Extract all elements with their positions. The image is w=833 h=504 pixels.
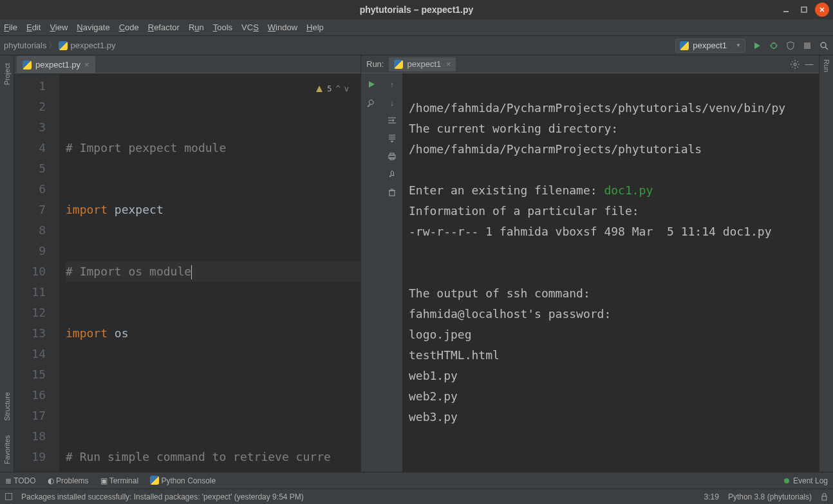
debug-icon[interactable] (769, 41, 779, 51)
editor-tab-pexpect1[interactable]: pexpect1.py × (17, 56, 95, 73)
hide-panel-icon[interactable]: — (805, 60, 814, 69)
svg-marker-15 (369, 81, 375, 88)
breadcrumb-file[interactable]: pexpect1.py (70, 41, 115, 50)
menu-navigate[interactable]: Navigate (77, 23, 109, 32)
bottom-toolbar: ≣ TODO ◐ Problems ▣ Terminal Python Cons… (0, 472, 833, 489)
run-toolbar-right: ↑ ↓ (382, 73, 402, 472)
close-tab-icon[interactable]: × (84, 60, 89, 70)
run-console[interactable]: /home/fahmida/PycharmProjects/phytutoria… (402, 73, 819, 472)
run-icon[interactable] (752, 41, 762, 51)
print-icon[interactable] (386, 151, 398, 162)
run-panel-label: Run: (366, 59, 384, 69)
python-icon (394, 60, 403, 69)
rerun-icon[interactable] (366, 79, 377, 90)
svg-marker-4 (754, 42, 760, 49)
window-title: phytutorials – pexpect1.py (360, 5, 474, 15)
menubar: File Edit View Navigate Code Refactor Ru… (0, 19, 833, 36)
svg-rect-17 (390, 153, 394, 155)
run-panel-tab-label: pexpect1 (407, 59, 441, 69)
toolwindow-run[interactable]: Run (823, 55, 830, 76)
navbar: phytutorials 〉 pexpect1.py pexpect1 ▼ (0, 36, 833, 55)
run-panel-tab[interactable]: pexpect1 × (389, 57, 456, 71)
event-log-tool[interactable]: Event Log (793, 476, 828, 485)
run-config-name: pexpect1 (693, 41, 727, 50)
stop-icon[interactable] (802, 41, 812, 51)
toolwindow-toggle-icon[interactable] (5, 493, 12, 500)
python-icon (680, 41, 689, 50)
run-configuration-selector[interactable]: pexpect1 ▼ (675, 39, 745, 53)
status-message: Packages installed successfully: Install… (21, 492, 304, 501)
menu-window[interactable]: Window (268, 23, 297, 32)
toolwindow-favorites[interactable]: Favorites (3, 431, 11, 468)
terminal-tool[interactable]: ▣ Terminal (100, 476, 138, 485)
editor-area: pexpect1.py × 12345678910111213141516171… (14, 55, 360, 472)
svg-rect-1 (801, 7, 807, 12)
menu-run[interactable]: Run (189, 23, 204, 32)
toolwindow-structure[interactable]: Structure (3, 388, 11, 425)
softwrap-icon[interactable] (386, 115, 398, 126)
close-button[interactable] (815, 3, 829, 17)
python-file-icon (23, 61, 32, 70)
svg-marker-13 (316, 86, 323, 92)
code-editor[interactable]: 12345678910111213141516171819 5 ^v # Imp… (14, 73, 360, 472)
menu-refactor[interactable]: Refactor (148, 23, 180, 32)
todo-tool[interactable]: ≣ TODO (5, 476, 36, 485)
breadcrumb-root[interactable]: phytutorials (4, 41, 46, 50)
editor-tabs: pexpect1.py × (14, 55, 360, 73)
svg-rect-19 (389, 191, 395, 196)
scroll-to-end-icon[interactable] (386, 133, 398, 144)
left-tool-gutter: Project Structure Favorites (0, 55, 14, 472)
up-arrow-icon[interactable]: ↑ (386, 79, 398, 90)
lock-icon[interactable] (821, 493, 828, 501)
menu-view[interactable]: View (50, 23, 68, 32)
editor-tab-label: pexpect1.py (35, 60, 80, 70)
gear-icon[interactable] (791, 60, 800, 69)
run-panel-header: Run: pexpect1 × — (361, 55, 819, 73)
svg-rect-10 (804, 42, 810, 49)
python-file-icon (59, 41, 68, 50)
caret-position: 3:19 (704, 492, 719, 501)
wrench-icon[interactable] (366, 97, 377, 108)
python-console-tool[interactable]: Python Console (150, 476, 216, 485)
right-tool-gutter: Run (819, 55, 833, 472)
code-content[interactable]: 5 ^v # Import pexpect module import pexp… (59, 73, 360, 472)
event-log-indicator-icon (784, 478, 789, 483)
menu-help[interactable]: Help (306, 23, 324, 32)
run-toolbar-left (361, 73, 382, 472)
pin-icon[interactable] (386, 169, 398, 180)
svg-point-14 (794, 63, 796, 66)
minimize-button[interactable] (779, 3, 793, 17)
down-arrow-icon[interactable]: ↓ (386, 97, 398, 108)
menu-file[interactable]: File (4, 23, 17, 32)
search-icon[interactable] (819, 41, 829, 51)
menu-tools[interactable]: Tools (213, 23, 232, 32)
coverage-icon[interactable] (785, 41, 796, 51)
svg-rect-22 (822, 496, 827, 500)
run-panel: Run: pexpect1 × — ↑ ↓ (360, 55, 819, 472)
breadcrumb: phytutorials 〉 pexpect1.py (4, 40, 116, 51)
titlebar: phytutorials – pexpect1.py (0, 0, 833, 19)
inspection-badge[interactable]: 5 ^v (315, 79, 349, 99)
svg-line-12 (825, 47, 828, 50)
menu-code[interactable]: Code (119, 23, 139, 32)
toolwindow-project[interactable]: Project (3, 59, 11, 89)
svg-point-5 (771, 43, 776, 48)
interpreter-label[interactable]: Python 3.8 (phytutorials) (728, 492, 812, 501)
chevron-down-icon: ▼ (736, 42, 741, 48)
problems-tool[interactable]: ◐ Problems (48, 476, 89, 485)
line-number-gutter: 12345678910111213141516171819 (14, 73, 59, 472)
menu-edit[interactable]: Edit (26, 23, 41, 32)
statusbar: Packages installed successfully: Install… (0, 489, 833, 504)
menu-vcs[interactable]: VCS (241, 23, 259, 32)
close-run-tab-icon[interactable]: × (446, 60, 451, 69)
svg-point-11 (821, 42, 826, 48)
trash-icon[interactable] (386, 187, 398, 198)
maximize-button[interactable] (797, 3, 811, 17)
